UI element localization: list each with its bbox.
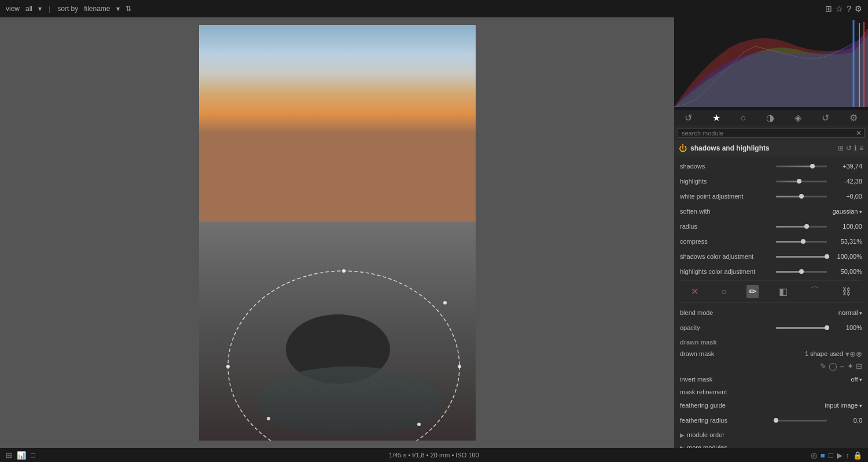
soften-with-dropdown[interactable]: gaussian: [773, 208, 862, 215]
module-header[interactable]: ⏻ shadows and highlights ⊞ ↺ ℹ ≡: [674, 140, 868, 156]
tab-history[interactable]: ↺: [681, 110, 696, 126]
more-modules-row[interactable]: ▶ more modules: [680, 442, 862, 448]
search-input[interactable]: [678, 130, 854, 137]
favorite-icon[interactable]: ☆: [836, 4, 843, 13]
search-clear-icon[interactable]: ✕: [854, 129, 864, 137]
drawn-mask-add-icon[interactable]: ⊕: [849, 350, 856, 358]
node-tool-icon[interactable]: ✦: [847, 362, 854, 371]
circle-tool-icon[interactable]: ◯: [829, 362, 837, 371]
invert-mask-value[interactable]: off: [851, 376, 862, 383]
feathering-radius-track[interactable]: [776, 420, 827, 421]
color-picker-icon[interactable]: ■: [821, 451, 825, 460]
opacity-handle[interactable]: [825, 325, 829, 330]
shadows-slider-row: shadows +39,74: [680, 160, 862, 173]
opacity-track[interactable]: [776, 327, 827, 329]
mask-refinement-row: mask refinement: [680, 386, 862, 398]
white-point-track[interactable]: [776, 196, 827, 197]
blend-mode-label: blend mode: [680, 309, 773, 316]
filename-sort[interactable]: filename: [84, 5, 110, 13]
module-reset-icon[interactable]: ↺: [846, 144, 852, 152]
mask-raster-icon[interactable]: ⌒: [808, 284, 822, 299]
white-point-value: +0,00: [830, 193, 862, 200]
path-tool-icon[interactable]: ✎: [820, 362, 826, 371]
white-point-handle[interactable]: [799, 194, 804, 199]
radius-handle[interactable]: [804, 224, 809, 229]
tab-base[interactable]: ○: [737, 111, 750, 126]
arrow-up-icon[interactable]: ↑: [846, 451, 850, 460]
right-panel: ↺ ★ ○ ◑ ◈ ↺ ⚙ ✕ ⏻ shadows and highlights…: [674, 17, 868, 448]
svg-point-8: [226, 365, 230, 368]
mask-off-icon[interactable]: ✕: [689, 285, 701, 298]
filter-dropdown-arrow[interactable]: ▾: [38, 5, 42, 13]
feathering-radius-row: feathering radius 0,0: [680, 414, 862, 427]
tab-correct[interactable]: ↺: [818, 110, 833, 126]
compress-slider-row: compress 53,31%: [680, 235, 862, 248]
mask-uniformly-icon[interactable]: ○: [719, 285, 729, 298]
tab-effects[interactable]: ⚙: [846, 110, 861, 126]
shadows-highlights-module: ⏻ shadows and highlights ⊞ ↺ ℹ ≡ shadows: [674, 140, 868, 448]
status-right-icons: ◎ ■ □ ▶ ↑ 🔒: [811, 451, 862, 460]
drawn-mask-remove-icon[interactable]: ⊗: [856, 350, 862, 358]
compress-track[interactable]: [776, 241, 827, 243]
focus-icon[interactable]: ◎: [811, 451, 817, 460]
blend-mode-dropdown[interactable]: normal: [773, 309, 862, 316]
highlights-color-handle[interactable]: [799, 269, 804, 274]
svg-point-6: [458, 365, 461, 368]
svg-point-3: [257, 366, 442, 436]
feathering-guide-dropdown[interactable]: input image: [773, 402, 862, 409]
white-point-label: white point adjustment: [680, 193, 773, 200]
overlay-icon[interactable]: □: [31, 451, 35, 460]
mask-drawn-icon[interactable]: ✏: [746, 285, 759, 298]
drawn-mask-dropdown[interactable]: ▾: [845, 350, 849, 358]
grid-icon[interactable]: ⊞: [825, 4, 832, 13]
compress-handle[interactable]: [801, 239, 806, 244]
module-info-icon[interactable]: ℹ: [854, 144, 857, 152]
play-icon[interactable]: ▶: [837, 451, 843, 460]
shadows-track[interactable]: [776, 166, 827, 167]
compress-value: 53,31%: [830, 238, 862, 245]
tab-color[interactable]: ◈: [791, 110, 805, 126]
mask-combine-icon[interactable]: ⛓: [840, 285, 854, 298]
more-modules-label: more modules: [687, 444, 727, 448]
view-menu[interactable]: view: [6, 5, 20, 13]
module-menu-icon[interactable]: ≡: [859, 144, 863, 152]
radius-label: radius: [680, 223, 773, 230]
radius-track[interactable]: [776, 226, 827, 228]
svg-rect-0: [199, 25, 476, 222]
shadows-label: shadows: [680, 163, 773, 170]
module-order-row[interactable]: ▶ module order: [680, 429, 862, 441]
shadows-color-track[interactable]: [776, 256, 827, 258]
settings-icon[interactable]: ⚙: [855, 4, 862, 13]
histogram-toggle-icon[interactable]: 📊: [17, 451, 26, 460]
highlights-color-label: highlights color adjustment: [680, 268, 773, 275]
sort-dropdown-arrow[interactable]: ▾: [116, 5, 120, 13]
photo-svg: [199, 25, 476, 441]
photo-container: [199, 25, 476, 441]
svg-point-9: [443, 301, 447, 305]
feathering-radius-label: feathering radius: [680, 417, 773, 424]
module-power-icon[interactable]: ⏻: [679, 144, 687, 153]
tab-tone[interactable]: ◑: [763, 110, 778, 126]
layer-tool-icon[interactable]: ⊟: [856, 362, 862, 371]
highlights-handle[interactable]: [797, 179, 801, 184]
sort-direction[interactable]: ⇅: [126, 5, 131, 13]
shadows-color-handle[interactable]: [825, 254, 829, 259]
mask-parametric-icon[interactable]: ◧: [777, 285, 790, 298]
lock-icon[interactable]: 🔒: [853, 451, 862, 460]
all-filter[interactable]: all: [25, 5, 32, 13]
feathering-radius-handle[interactable]: [774, 418, 778, 423]
mask-refinement-label: mask refinement: [680, 388, 862, 395]
mask-view-icon[interactable]: □: [829, 451, 833, 460]
filmstrip-icon[interactable]: ⊞: [6, 451, 12, 460]
help-icon[interactable]: ?: [847, 4, 851, 13]
highlights-slider-row: highlights -42,38: [680, 175, 862, 188]
arc-tool-icon[interactable]: ⌢: [840, 362, 845, 371]
feathering-guide-row: feathering guide input image: [680, 399, 862, 412]
invert-mask-row: invert mask off: [680, 373, 862, 385]
highlights-label: highlights: [680, 178, 773, 185]
shadows-handle[interactable]: [810, 164, 815, 168]
tab-favorites[interactable]: ★: [709, 110, 724, 126]
highlights-track[interactable]: [776, 181, 827, 182]
module-multiple-icon[interactable]: ⊞: [838, 144, 844, 152]
highlights-color-track[interactable]: [776, 271, 827, 273]
